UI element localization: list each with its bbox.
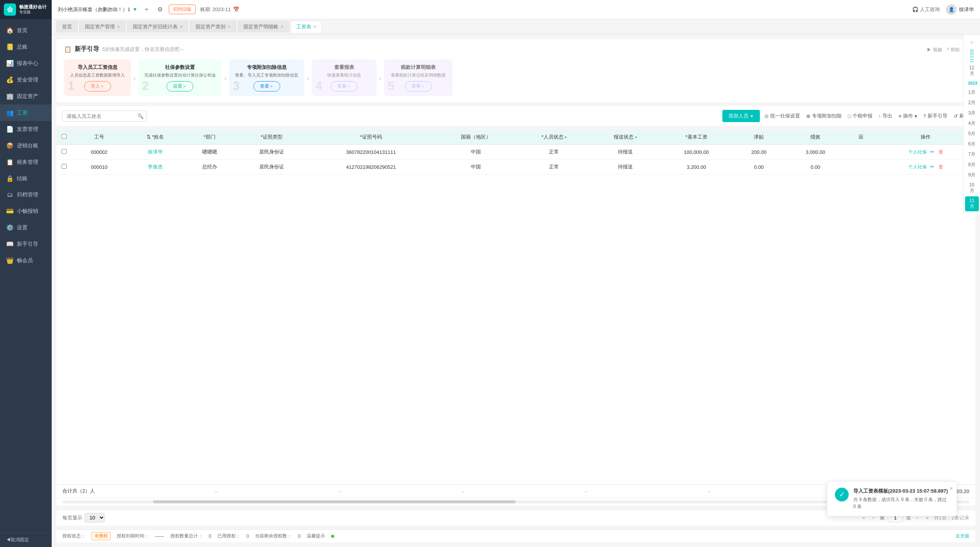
account-dropdown-icon[interactable]: ▼ bbox=[132, 7, 137, 12]
ops-arrow-icon: ▾ bbox=[915, 113, 917, 119]
th-apply: 应 bbox=[846, 130, 876, 145]
select-all-checkbox[interactable] bbox=[62, 134, 67, 139]
delete-btn[interactable]: 🗑 bbox=[938, 149, 943, 155]
calendar-month-6[interactable]: 6月 bbox=[965, 139, 979, 149]
panel-collapse-btn[interactable]: « bbox=[969, 38, 975, 47]
settings-icon: ⚙️ bbox=[6, 224, 14, 231]
calendar-month-10[interactable]: 10月 bbox=[965, 181, 979, 196]
operations-btn[interactable]: ≡ 操作 ▾ bbox=[898, 113, 917, 119]
sidebar-item-funds[interactable]: 💰 资金管理 bbox=[0, 72, 52, 88]
th-ops: 操作 bbox=[876, 130, 975, 145]
report-filter-icon[interactable]: ▾ bbox=[635, 135, 637, 139]
sidebar-item-assets[interactable]: 🏢 固定资产 bbox=[0, 88, 52, 105]
sidebar-item-tax[interactable]: 📋 税务管理 bbox=[0, 154, 52, 170]
sidebar-item-reports[interactable]: 📊 报表中心 bbox=[0, 55, 52, 72]
tax-deduction-btn[interactable]: ⊕ 专项附加扣除 bbox=[806, 113, 842, 119]
sidebar-item-invoices[interactable]: 📄 发票管理 bbox=[0, 121, 52, 137]
tab-close-icon[interactable]: × bbox=[281, 24, 283, 29]
tab-close-icon[interactable]: × bbox=[180, 24, 183, 29]
tab-home[interactable]: 首页 bbox=[56, 21, 78, 33]
tab-asset-detail[interactable]: 固定资产明细账 × bbox=[238, 21, 289, 33]
social-insurance-action-btn[interactable]: 个人社保 bbox=[908, 164, 927, 170]
step-action-btn[interactable]: 查看＞ bbox=[253, 81, 280, 91]
calendar-month-5[interactable]: 5月 bbox=[965, 129, 979, 139]
page-content: 📋 新手引导 5步快速完成设置，快去完善信息吧～ ▶ 视频 ? 帮助 bbox=[52, 34, 980, 547]
sidebar-item-settings[interactable]: ⚙️ 设置 bbox=[0, 219, 52, 236]
guide-video-btn[interactable]: ▶ 视频 bbox=[927, 47, 942, 53]
cell-apply bbox=[846, 145, 876, 160]
add-account-btn[interactable]: ＋ bbox=[142, 4, 151, 15]
sidebar-item-payroll[interactable]: 👥 工资 bbox=[0, 105, 52, 121]
guide-arrow-4: › bbox=[377, 73, 384, 82]
calendar-icon[interactable]: 📅 bbox=[233, 7, 239, 12]
th-report-status: 报送状态 ▾ bbox=[591, 130, 660, 145]
table-row: 000002 徐泽华 嗯嗯嗯 居民身份证 360782200104131111 … bbox=[56, 145, 975, 160]
calendar-month-1[interactable]: 1月 bbox=[965, 88, 979, 97]
scrollbar-thumb[interactable] bbox=[153, 500, 516, 503]
sidebar-item-close[interactable]: 🔒 结账 bbox=[0, 170, 52, 187]
tab-depreciation[interactable]: 固定资产折旧统计表 × bbox=[127, 21, 188, 33]
guide-btn[interactable]: ? 新手引导 bbox=[923, 113, 947, 119]
user-menu[interactable]: 👤 徐泽华 bbox=[946, 4, 974, 15]
calendar-month-7[interactable]: 7月 bbox=[965, 150, 979, 159]
per-page-select[interactable]: 10 20 50 bbox=[85, 513, 105, 523]
sidebar-item-ledger[interactable]: 📒 总账 bbox=[0, 39, 52, 55]
sidebar-item-expense[interactable]: 💳 小畅报销 bbox=[0, 203, 52, 219]
settings-btn[interactable]: ⚙ bbox=[156, 4, 164, 15]
calendar-month-8[interactable]: 8月 bbox=[965, 160, 979, 170]
employee-table: 工号 ⇅ *姓名 *部门 *证照类型 *证照号码 国籍（地区） *人员状态 ▾ … bbox=[56, 130, 975, 175]
employee-name-link[interactable]: 李俊杰 bbox=[148, 164, 163, 170]
sidebar-item-member[interactable]: 👑 畅会员 bbox=[0, 252, 52, 269]
recharge-link[interactable]: 去充值 bbox=[956, 533, 969, 539]
tab-asset-mgmt[interactable]: 固定资产管理 × bbox=[79, 21, 126, 33]
calendar-month-2[interactable]: 2月 bbox=[965, 98, 979, 108]
calendar-year-2023[interactable]: 2023 bbox=[965, 79, 979, 87]
calendar-month-11[interactable]: 11月 bbox=[965, 196, 979, 211]
step-action-btn[interactable]: 导入＞ bbox=[84, 81, 111, 91]
sidebar-item-inventory[interactable]: 📦 进销台账 bbox=[0, 137, 52, 154]
calendar-month-4[interactable]: 4月 bbox=[965, 119, 979, 128]
edit-btn[interactable]: ✏ bbox=[930, 164, 934, 170]
row-checkbox[interactable] bbox=[62, 149, 67, 154]
add-employee-btn[interactable]: 添加人员 ▼ bbox=[722, 110, 760, 122]
tab-close-icon[interactable]: × bbox=[117, 24, 120, 29]
switch-version-btn[interactable]: 切到旧版 bbox=[169, 5, 196, 14]
export-btn[interactable]: ↑ 导出 bbox=[879, 113, 893, 119]
th-allowance: 津贴 bbox=[733, 130, 785, 145]
social-insurance-btn[interactable]: ⊙ 统一社保设置 bbox=[764, 113, 800, 119]
status-filter-icon[interactable]: ▾ bbox=[565, 135, 567, 139]
table-header-row: 工号 ⇅ *姓名 *部门 *证照类型 *证照号码 国籍（地区） *人员状态 ▾ … bbox=[56, 130, 975, 145]
guide-help-btn[interactable]: ? 帮助 bbox=[947, 47, 960, 53]
step-action-btn[interactable]: 查看＞ bbox=[405, 81, 432, 91]
delete-btn[interactable]: 🗑 bbox=[938, 164, 943, 170]
step-action-btn[interactable]: 设置＞ bbox=[167, 81, 193, 91]
tab-close-icon[interactable]: × bbox=[314, 24, 316, 29]
account-selector[interactable]: 刘小艳演示账套（勿删勿动！）1 ▼ bbox=[58, 6, 137, 13]
toast-close-btn[interactable]: × bbox=[950, 485, 953, 491]
step-action-btn[interactable]: 查看＞ bbox=[331, 81, 358, 91]
tab-close-icon[interactable]: × bbox=[228, 24, 230, 29]
sidebar-unpin-btn[interactable]: ◀取消固定 bbox=[0, 532, 52, 547]
sidebar-item-label: 进销台账 bbox=[17, 142, 38, 149]
row-checkbox[interactable] bbox=[62, 164, 67, 169]
calendar-month-12[interactable]: 12月 bbox=[965, 64, 979, 78]
search-input[interactable] bbox=[62, 111, 147, 122]
table-row: 000010 李俊杰 总经办 居民身份证 412702198206290521 … bbox=[56, 160, 975, 175]
tax-report-btn[interactable]: □ 个税申报 bbox=[848, 113, 872, 119]
table-scroll[interactable]: 工号 ⇅ *姓名 *部门 *证照类型 *证照号码 国籍（地区） *人员状态 ▾ … bbox=[56, 130, 975, 484]
social-insurance-action-btn[interactable]: 个人社保 bbox=[908, 149, 927, 155]
sidebar-item-home[interactable]: 🏠 首页 bbox=[0, 22, 52, 39]
tab-payroll[interactable]: 工资表 × bbox=[291, 21, 322, 33]
calendar-month-9[interactable]: 9月 bbox=[965, 170, 979, 180]
edit-btn[interactable]: ✏ bbox=[930, 149, 934, 155]
tax-report-icon: □ bbox=[848, 113, 851, 119]
employee-name-link[interactable]: 徐泽华 bbox=[148, 149, 163, 155]
sort-icon[interactable]: ⇅ bbox=[147, 134, 151, 140]
cell-allowance: 200.00 bbox=[733, 145, 785, 160]
sidebar-item-archive[interactable]: 🗂 归档管理 bbox=[0, 187, 52, 203]
calendar-month-3[interactable]: 3月 bbox=[965, 108, 979, 118]
help-btn[interactable]: 🎧 人工咨询 bbox=[912, 6, 940, 13]
tab-asset-type[interactable]: 固定资产类别 × bbox=[190, 21, 236, 33]
close-month-icon: 🔒 bbox=[6, 175, 14, 182]
sidebar-item-guide[interactable]: 📖 新手引导 bbox=[0, 236, 52, 252]
